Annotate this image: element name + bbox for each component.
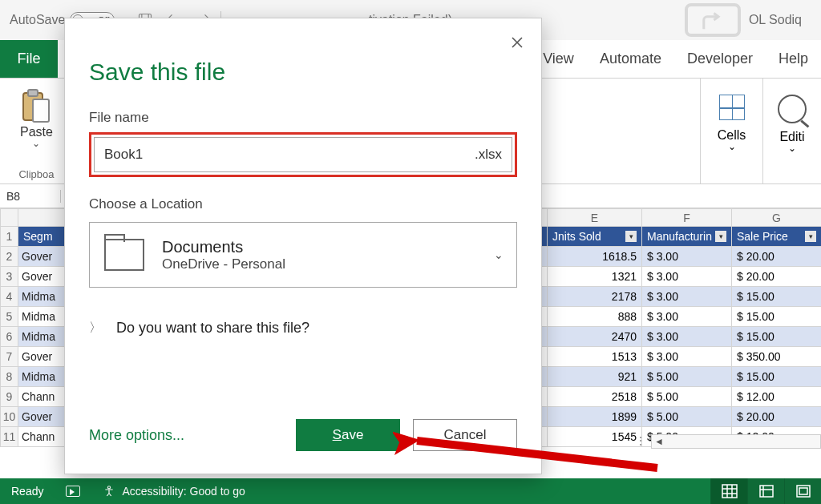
svg-rect-3	[33, 99, 49, 122]
chevron-down-icon[interactable]: ⌄	[494, 248, 504, 261]
col-header-E[interactable]: E	[548, 209, 642, 227]
cells-button[interactable]: Cells ⌄	[718, 83, 746, 152]
cancel-button[interactable]: Cancel	[413, 419, 517, 451]
group-editing: Editi ⌄	[763, 79, 821, 183]
row-header[interactable]: 6	[1, 327, 18, 347]
share-icon[interactable]	[685, 3, 741, 37]
more-options-link[interactable]: More options...	[89, 427, 184, 444]
save-file-dialog: Save this file File name .xlsx Choose a …	[64, 18, 542, 474]
row-header[interactable]: 9	[1, 387, 18, 407]
view-page-layout-button[interactable]	[747, 478, 784, 504]
svg-point-4	[108, 486, 111, 489]
col-header-G[interactable]: G	[732, 209, 822, 227]
record-icon	[66, 486, 80, 497]
scroll-left-icon[interactable]: ◄	[652, 435, 666, 448]
location-sub: OneDrive - Personal	[162, 256, 285, 272]
column-header-sale_price[interactable]: Sale Price▾	[732, 227, 822, 247]
close-icon	[511, 36, 524, 49]
sheet-split-handle[interactable]: ⋮	[635, 434, 646, 447]
share-file-expander[interactable]: 〉 Do you want to share this file?	[89, 320, 517, 337]
row-header[interactable]: 5	[1, 307, 18, 327]
col-header-F[interactable]: F	[642, 209, 732, 227]
dialog-title: Save this file	[89, 58, 517, 86]
row-header[interactable]: 7	[1, 347, 18, 367]
name-box[interactable]: B8	[0, 190, 61, 203]
group-clipboard: Paste ⌄ Clipboa	[0, 79, 74, 183]
tab-automate[interactable]: Automate	[587, 40, 674, 78]
row-header[interactable]: 1	[1, 227, 18, 247]
chevron-right-icon: 〉	[89, 320, 102, 337]
tab-help[interactable]: Help	[766, 40, 821, 78]
svg-rect-8	[799, 488, 807, 494]
view-normal-button[interactable]	[710, 478, 747, 504]
row-header[interactable]: 2	[1, 247, 18, 267]
svg-rect-6	[760, 486, 773, 497]
chevron-down-icon: ⌄	[788, 143, 796, 154]
tab-file[interactable]: File	[0, 40, 58, 78]
folder-icon	[104, 239, 144, 271]
close-button[interactable]	[511, 34, 524, 53]
horizontal-scrollbar[interactable]: ◄	[651, 434, 821, 449]
file-name-input-wrap[interactable]: .xlsx	[94, 137, 512, 172]
file-name-label: File name	[89, 110, 517, 126]
search-icon	[778, 95, 807, 123]
save-button[interactable]: Save	[296, 419, 400, 451]
group-cells: Cells ⌄	[701, 79, 763, 183]
chevron-down-icon: ⌄	[728, 141, 736, 152]
location-name: Documents	[162, 238, 285, 256]
svg-rect-2	[28, 90, 38, 96]
select-all-corner[interactable]	[1, 209, 18, 227]
editing-button[interactable]: Editi ⌄	[778, 83, 807, 154]
group-label-clipboard: Clipboa	[0, 168, 73, 180]
user-name[interactable]: OL Sodiq	[749, 13, 802, 27]
cells-icon	[719, 95, 745, 120]
tab-developer[interactable]: Developer	[674, 40, 766, 78]
paste-button[interactable]: Paste ⌄	[20, 83, 53, 149]
choose-location-label: Choose a Location	[89, 196, 517, 212]
row-header[interactable]: 10	[1, 407, 18, 427]
autosave-label: AutoSave	[10, 13, 65, 27]
row-header[interactable]: 11	[1, 427, 18, 447]
column-header-units_sold[interactable]: Jnits Sold▾	[548, 227, 642, 247]
accessibility-status[interactable]: Accessibility: Good to go	[91, 485, 256, 498]
row-header[interactable]: 3	[1, 267, 18, 287]
accessibility-icon	[103, 485, 115, 498]
status-bar: Ready Accessibility: Good to go	[0, 478, 821, 504]
row-header[interactable]: 8	[1, 367, 18, 387]
status-ready: Ready	[0, 485, 55, 498]
file-extension[interactable]: .xlsx	[475, 147, 502, 163]
location-selector[interactable]: Documents OneDrive - Personal ⌄	[89, 222, 517, 288]
chevron-down-icon: ⌄	[32, 138, 40, 149]
macro-record-button[interactable]	[55, 486, 91, 497]
row-header[interactable]: 4	[1, 287, 18, 307]
file-name-highlight: .xlsx	[89, 132, 517, 177]
svg-rect-5	[722, 485, 737, 498]
file-name-input[interactable]	[104, 147, 475, 163]
column-header-manufacturing[interactable]: Manufacturin▾	[642, 227, 732, 247]
view-page-break-button[interactable]	[784, 478, 821, 504]
